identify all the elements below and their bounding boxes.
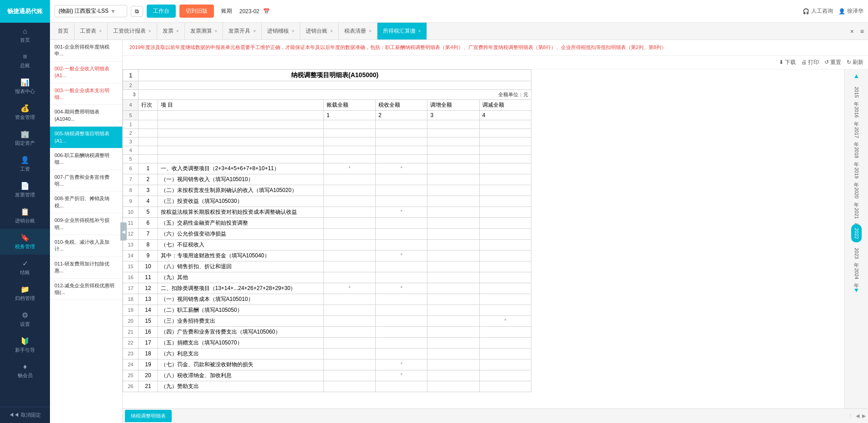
sidebar-item-archive[interactable]: 📁 归档管理: [0, 280, 50, 306]
year-2018[interactable]: 2018年: [851, 143, 862, 162]
cell-c2[interactable]: *: [376, 163, 427, 174]
sheet-scroll-right-icon[interactable]: ▶: [862, 413, 866, 419]
cell-c3[interactable]: [427, 228, 479, 239]
close-all-tabs-button[interactable]: ×: [848, 26, 856, 37]
cell-c1[interactable]: [324, 272, 376, 283]
sidebar-item-invoice[interactable]: 📄 发票管理: [0, 177, 50, 203]
item-text[interactable]: [158, 137, 324, 146]
cell-c3[interactable]: [427, 196, 479, 207]
tab-menu-button[interactable]: ≡: [858, 26, 866, 37]
tab-check[interactable]: 进销稽核 ×: [262, 23, 300, 40]
item-text[interactable]: （六）利息支出: [158, 348, 324, 359]
cell-c3[interactable]: [427, 359, 479, 370]
year-2024[interactable]: 2024年: [851, 265, 862, 283]
cell-c3[interactable]: [427, 370, 479, 381]
left-panel-item-001[interactable]: 001-企业所得税年度纳税申...: [50, 40, 122, 62]
cell-c3[interactable]: [427, 337, 479, 348]
user-menu[interactable]: 👤 徐泽华: [838, 7, 863, 15]
cell-c3[interactable]: [427, 207, 479, 217]
cell-c4[interactable]: [479, 294, 531, 305]
refresh-button[interactable]: ↻ 刷新: [847, 59, 863, 66]
left-panel-item-012[interactable]: 012-减免企业所得税优惠明细(...: [50, 279, 122, 300]
item-text[interactable]: 其中：专项用途财政性资金（填写A105040）: [158, 250, 324, 261]
cell-c1[interactable]: [324, 137, 376, 146]
cell-c3[interactable]: [427, 137, 479, 146]
item-text[interactable]: [158, 146, 324, 154]
tab-close-salary[interactable]: ×: [99, 29, 102, 34]
cell-c1[interactable]: [324, 370, 376, 381]
tab-close-invoice-calc[interactable]: ×: [215, 29, 218, 34]
left-panel-item-002[interactable]: 002-一般企业收入明细表(A1...: [50, 62, 122, 84]
item-text[interactable]: （二）未按权责发生制原则确认的收入（填写A105020）: [158, 185, 324, 196]
cell-c2[interactable]: [376, 120, 427, 128]
left-panel-item-007[interactable]: 007-广告费和业务宣传费明...: [50, 170, 122, 192]
cell-c1[interactable]: [324, 128, 376, 137]
cell-c1[interactable]: [324, 217, 376, 228]
tab-close-invoice[interactable]: ×: [176, 29, 179, 34]
consult-button[interactable]: 🎧 人工咨询: [803, 7, 833, 15]
cell-c4[interactable]: [479, 370, 531, 381]
item-text[interactable]: 一、收入类调整项目（2+3+4+5+6+7+8+10+11）: [158, 163, 324, 174]
year-nav-down[interactable]: ▼: [851, 284, 863, 296]
sidebar-item-member[interactable]: ♦ 畅会员: [0, 358, 50, 384]
year-2022[interactable]: 2022年: [851, 224, 862, 242]
year-2023[interactable]: 2023年: [851, 244, 862, 262]
workbench-button[interactable]: 工作台: [147, 5, 176, 18]
cell-c3[interactable]: [427, 120, 479, 128]
cell-c2[interactable]: [376, 228, 427, 239]
cell-c4[interactable]: [479, 283, 531, 294]
cell-c1[interactable]: [324, 294, 376, 305]
cell-c4[interactable]: [479, 128, 531, 137]
tab-home[interactable]: 首页: [52, 23, 74, 40]
year-2021[interactable]: 2021年: [851, 204, 862, 222]
left-panel-item-004[interactable]: 004-期间费用明细表(A1040...: [50, 105, 122, 127]
cell-c1[interactable]: [324, 174, 376, 185]
cell-c3[interactable]: [427, 250, 479, 261]
cell-c4[interactable]: [479, 120, 531, 128]
cell-c2[interactable]: [376, 217, 427, 228]
tab-salary[interactable]: 工资表 ×: [74, 23, 108, 40]
tab-invoice-issue[interactable]: 发票开具 ×: [223, 23, 262, 40]
cell-c3[interactable]: [427, 128, 479, 137]
cell-c4[interactable]: [479, 326, 531, 337]
cell-c4[interactable]: [479, 381, 531, 392]
cell-c1[interactable]: [324, 154, 376, 163]
cell-c2[interactable]: [376, 326, 427, 337]
sidebar-item-report[interactable]: 📊 报表中心: [0, 74, 50, 99]
cell-c2[interactable]: *: [376, 359, 427, 370]
item-text[interactable]: [158, 120, 324, 128]
cell-c4[interactable]: [479, 228, 531, 239]
tab-ledger[interactable]: 进销台账 ×: [300, 23, 339, 40]
item-text[interactable]: （二）职工薪酬（填写A105050）: [158, 305, 324, 315]
cell-c4[interactable]: [479, 217, 531, 228]
cell-c4[interactable]: [479, 250, 531, 261]
cell-c1[interactable]: *: [324, 163, 376, 174]
sidebar-item-guide[interactable]: 🔰 新手引导: [0, 332, 50, 358]
cell-c2[interactable]: [376, 137, 427, 146]
tab-salary-report[interactable]: 工资统计报表 ×: [108, 23, 157, 40]
tab-close-check[interactable]: ×: [292, 29, 294, 34]
item-text[interactable]: （六）公允价值变动净损益: [158, 228, 324, 239]
item-text[interactable]: （九）其他: [158, 272, 324, 283]
cell-c1[interactable]: [324, 120, 376, 128]
year-2015[interactable]: 2015年: [851, 83, 862, 101]
item-text[interactable]: （九）赞助支出: [158, 381, 324, 392]
cell-c2[interactable]: [376, 128, 427, 137]
sheet-tab-main[interactable]: 纳税调整明细表: [125, 410, 172, 422]
cell-c2[interactable]: [376, 154, 427, 163]
sidebar-item-settings[interactable]: ⚙ 设置: [0, 306, 50, 332]
cell-c3[interactable]: [427, 154, 479, 163]
cell-c4[interactable]: [479, 337, 531, 348]
cell-c4[interactable]: [479, 359, 531, 370]
cell-c1[interactable]: [324, 359, 376, 370]
year-nav-up[interactable]: ▲: [851, 69, 863, 82]
sidebar-item-purchase[interactable]: 📋 进销台账: [0, 203, 50, 229]
left-panel-item-009[interactable]: 009-企业所得税抵补亏损明...: [50, 213, 122, 235]
item-text[interactable]: 按权益法核算长期股权投资对初始投资成本调整确认收益: [158, 207, 324, 217]
sidebar-item-home[interactable]: ⌂ 首页: [0, 23, 50, 48]
item-text[interactable]: （五）捐赠支出（填写A105070）: [158, 337, 324, 348]
cell-c4[interactable]: [479, 196, 531, 207]
tab-close-income-tax[interactable]: ×: [418, 29, 421, 34]
cell-c2[interactable]: [376, 261, 427, 272]
cell-c2[interactable]: *: [376, 370, 427, 381]
